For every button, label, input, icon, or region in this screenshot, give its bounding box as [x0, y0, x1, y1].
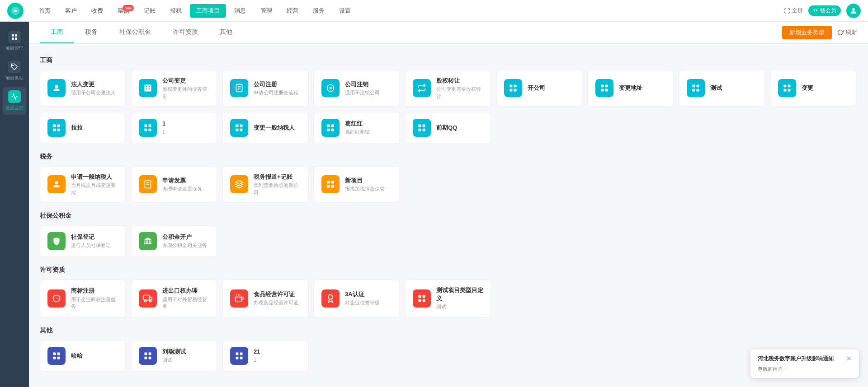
- svg-rect-91: [236, 352, 239, 355]
- card-item[interactable]: 测试: [679, 70, 765, 107]
- card-text: 拉拉: [71, 124, 83, 132]
- card-name: 社保登记: [71, 233, 111, 241]
- card-name: 21: [254, 348, 260, 356]
- sidebar-item-进度监控[interactable]: 进度监控: [3, 87, 26, 115]
- card-desc: 适用于公司变更法人: [71, 89, 116, 96]
- fullscreen-button[interactable]: 全屏: [784, 7, 803, 14]
- card-name: 测试项目类型目定义: [436, 286, 483, 303]
- svg-rect-82: [423, 299, 425, 302]
- card-item[interactable]: 211: [222, 340, 308, 372]
- card-item[interactable]: 食品经营许可证办理食品经营许可证: [222, 280, 308, 317]
- section-社保公积金: 社保公积金社保登记进行人员社保登记公积金开户办理公积金相关业务: [40, 212, 857, 257]
- nav-item-管理[interactable]: 管理: [254, 4, 278, 18]
- tab-税务[interactable]: 税务: [74, 22, 108, 43]
- transfer-icon: [413, 79, 431, 97]
- tab-工商[interactable]: 工商: [40, 22, 74, 43]
- svg-rect-62: [331, 185, 334, 188]
- card-item[interactable]: 申请发票办理申请发票业务: [131, 166, 217, 203]
- nav-item-报税[interactable]: 报税: [164, 4, 188, 18]
- refresh-button[interactable]: 刷新: [837, 28, 857, 37]
- nav-item-票据[interactable]: 票据new: [111, 4, 136, 18]
- svg-point-55: [55, 182, 58, 185]
- nav-item-经营[interactable]: 经营: [280, 4, 305, 18]
- card-item[interactable]: 申请一般纳税人当月或次月成变更完成: [40, 166, 126, 203]
- cards-grid: 法人变更适用于公司变更法人公司变更股权变更外的业务变更公司注册申请公司注册全流程…: [40, 70, 857, 144]
- card-desc: 申请公司注册全流程: [254, 89, 298, 96]
- svg-rect-23: [601, 85, 604, 88]
- card-text: 公司注册申请公司注册全流程: [254, 80, 298, 97]
- card-item[interactable]: 法人变更适用于公司变更法人: [40, 70, 126, 107]
- card-item[interactable]: 开公司: [496, 70, 582, 107]
- card-text: 法人变更适用于公司变更法人: [71, 80, 116, 97]
- card-item[interactable]: 测试项目类型目定义测试: [405, 280, 491, 317]
- card-name: 测试: [710, 84, 722, 92]
- svg-rect-44: [240, 124, 243, 127]
- card-item[interactable]: 3A认证对企业信誉评级: [314, 280, 400, 317]
- card-desc: 1: [254, 357, 260, 364]
- page-header: 工商税务社保公积金许可资质其他 新增业务类型 刷新: [29, 22, 868, 44]
- card-desc: 测试: [436, 303, 483, 310]
- svg-text:™: ™: [55, 297, 59, 301]
- chat-close-button[interactable]: ✕: [846, 355, 852, 362]
- card-item[interactable]: 11: [131, 112, 217, 144]
- tab-许可资质[interactable]: 许可资质: [162, 22, 209, 43]
- card-item[interactable]: 公司注册申请公司注册全流程: [222, 70, 308, 107]
- grid-icon: [687, 79, 705, 97]
- tab-社保公积金[interactable]: 社保公积金: [108, 22, 162, 43]
- section-税务: 税务申请一般纳税人当月或次月成变更完成申请发票办理申请发票业务税务报道+记账拿到…: [40, 153, 857, 203]
- nav-item-客户[interactable]: 客户: [59, 4, 83, 18]
- card-item[interactable]: 拉拉: [40, 112, 126, 144]
- nav-item-服务[interactable]: 服务: [307, 4, 331, 18]
- svg-rect-38: [57, 129, 60, 131]
- card-text: 进出口权办理适用于对外贸易经营者: [162, 287, 209, 310]
- card-name: 新项目: [345, 177, 385, 185]
- card-item[interactable]: 变更一般纳税人: [222, 112, 308, 144]
- grid-icon: [504, 79, 522, 97]
- card-item[interactable]: 变更: [770, 70, 856, 107]
- svg-rect-32: [788, 85, 791, 88]
- card-item[interactable]: ™商标注册用于企业商标注册服务: [40, 280, 126, 317]
- nav-item-设置[interactable]: 设置: [333, 4, 357, 18]
- svg-point-5: [13, 65, 14, 66]
- card-item[interactable]: 刘聪测试测试: [131, 340, 217, 372]
- nav-item-工商项目[interactable]: 工商项目: [190, 4, 226, 18]
- sidebar-item-项目类型[interactable]: 项目类型: [3, 57, 26, 85]
- card-item[interactable]: 公司变更股权变更外的业务变更: [131, 70, 217, 107]
- nav-item-消息[interactable]: 消息: [228, 4, 252, 18]
- nav-item-收费[interactable]: 收费: [85, 4, 109, 18]
- card-item[interactable]: 哈哈: [40, 340, 126, 372]
- svg-rect-37: [53, 129, 56, 131]
- card-item[interactable]: 葛红红葛红红测试: [314, 112, 400, 144]
- card-item[interactable]: 变更地址: [588, 70, 674, 107]
- card-item[interactable]: 公积金开户办理公积金相关业务: [131, 225, 217, 257]
- grid-icon: [413, 289, 431, 308]
- nav-item-记账[interactable]: 记账: [137, 4, 162, 18]
- card-desc: 用于企业商标注册服务: [71, 296, 118, 310]
- svg-rect-27: [693, 85, 695, 88]
- card-item[interactable]: 社保登记进行人员社保登记: [40, 225, 126, 257]
- card-item[interactable]: 股权转让公司变更需要股权转让: [405, 70, 491, 107]
- svg-rect-48: [331, 124, 334, 127]
- app-logo[interactable]: [7, 3, 24, 19]
- svg-rect-90: [149, 356, 151, 359]
- tab-其他[interactable]: 其他: [209, 22, 243, 43]
- card-item[interactable]: 进出口权办理适用于对外贸易经营者: [131, 280, 217, 317]
- grid-icon: [47, 347, 66, 365]
- card-item[interactable]: 新项目报税加税控盘保管: [314, 166, 400, 203]
- user-avatar[interactable]: [846, 4, 861, 18]
- svg-rect-65: [147, 240, 148, 243]
- card-item[interactable]: 税务报道+记账拿到营业执照的新公司: [222, 166, 308, 203]
- section-title: 许可资质: [40, 266, 857, 274]
- card-name: 拉拉: [71, 124, 83, 132]
- svg-rect-19: [510, 85, 513, 88]
- svg-rect-83: [53, 352, 56, 355]
- sidebar-item-项目管理[interactable]: 项目管理: [3, 27, 26, 55]
- nav-item-首页[interactable]: 首页: [33, 4, 57, 18]
- card-item[interactable]: 公司注销适用于注销公司: [314, 70, 400, 107]
- vip-button[interactable]: 畅会员: [808, 5, 841, 16]
- header-actions: 新增业务类型 刷新: [782, 26, 857, 39]
- card-item[interactable]: 前期QQ: [405, 112, 491, 144]
- new-business-type-button[interactable]: 新增业务类型: [782, 26, 832, 39]
- svg-rect-39: [145, 124, 147, 127]
- svg-point-6: [55, 85, 58, 89]
